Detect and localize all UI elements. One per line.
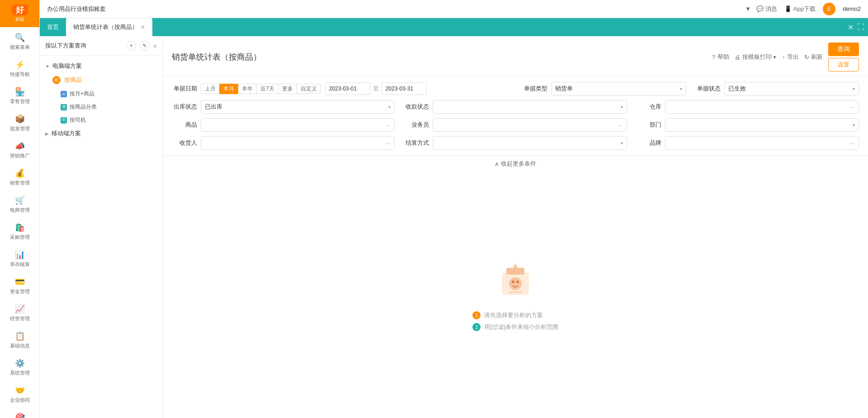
topbar-right: 💬 消息 📱 App下载 E demo2 — [756, 3, 861, 15]
page-title: 销货单统计表（按商品） — [172, 52, 261, 62]
refresh-button[interactable]: ↻ 刷新 — [804, 53, 823, 61]
receiver-input[interactable]: ··· — [201, 136, 395, 150]
app-download-button[interactable]: 📱 App下载 — [784, 5, 816, 13]
date-field: 单据日期 上月 本月 本年 近7天 更多 自定义 — [172, 82, 513, 95]
sidebar-item-wholesale[interactable]: 📦 批发管理 — [0, 109, 39, 136]
pc-scheme-group-header[interactable]: ▼ 电脑端方案 — [40, 59, 162, 73]
sub-label-category: 按商品分类 — [70, 103, 97, 111]
collapse-more-button[interactable]: ∧ 收起更多条件 — [163, 156, 868, 171]
date-tabs: 上月 本月 本年 近7天 更多 自定义 — [201, 84, 321, 94]
sub-icon-cashier: 司 — [61, 117, 67, 124]
tab-minimize-icon[interactable]: ✕ — [848, 23, 854, 32]
recv-field: 收款状态 ▾ — [395, 100, 627, 114]
collapse-arrow-icon: ∧ — [495, 161, 499, 167]
scheme-item-by-goods[interactable]: 按 按商品 — [40, 73, 162, 87]
brand-label: 品牌 — [636, 139, 661, 147]
sidebar-item-retail[interactable]: 🏪 零售管理 — [0, 81, 39, 109]
sidebar-item-quick[interactable]: ⚡ 快捷导航 — [0, 54, 39, 81]
receiver-field: 收货人 ··· — [172, 136, 395, 150]
sidebar-item-corp[interactable]: 🤝 企业协同 — [0, 380, 39, 407]
date-to-input[interactable]: 2023-03-31 — [382, 82, 427, 95]
brand-field: 品牌 ··· — [627, 136, 859, 150]
out-dropdown[interactable]: 已出库 ▾ — [201, 100, 395, 114]
topbar-dropdown[interactable]: ▼ — [745, 5, 751, 12]
goods-dots-icon[interactable]: ··· — [386, 122, 391, 128]
sidebar-item-search[interactable]: 🔍 搜索菜单 — [0, 27, 39, 54]
brand-dots-icon[interactable]: ··· — [850, 140, 855, 147]
tab-maximize-icon[interactable]: ⛶ — [857, 23, 864, 31]
edit-scheme-button[interactable]: ✎ — [140, 41, 150, 51]
date-label: 单据日期 — [172, 85, 197, 93]
warehouse-label: 仓库 — [636, 103, 661, 111]
tab-report[interactable]: 销货单统计表（按商品） ✕ — [66, 18, 152, 36]
sidebar-icon-sales: 💰 — [15, 168, 25, 178]
scheme-item-by-cashier[interactable]: 司 按司机 — [40, 114, 162, 127]
pc-group-label: 电脑端方案 — [52, 62, 82, 70]
type-dropdown[interactable]: 销货单 ▾ — [551, 82, 686, 95]
empty-tips: 1 请先选择要分析的方案 2 用[过滤]条件来缩小分析范围 — [472, 311, 558, 331]
sidebar-item-stock[interactable]: 📊 库存核算 — [0, 244, 39, 271]
add-scheme-button[interactable]: + — [126, 41, 136, 51]
tab-home[interactable]: 首页 — [40, 18, 66, 36]
date-tab-this-month[interactable]: 本月 — [219, 84, 238, 94]
tab-close-icon[interactable]: ✕ — [141, 24, 145, 30]
receiver-dots-icon[interactable]: ··· — [386, 140, 391, 147]
date-tab-custom[interactable]: 自定义 — [297, 84, 321, 94]
svg-point-3 — [512, 280, 514, 283]
help-button[interactable]: ? 帮助 — [712, 53, 729, 61]
sidebar-item-ecom[interactable]: 🛒 电商管理 — [0, 190, 39, 217]
date-tab-more[interactable]: 更多 — [278, 84, 297, 94]
scheme-item-by-month-goods[interactable]: m 按月+商品 — [40, 87, 162, 100]
date-tab-this-year[interactable]: 本年 — [238, 84, 257, 94]
sidebar-item-newbie[interactable]: 🎯 新手引导 — [0, 407, 39, 418]
left-panel-body: ▼ 电脑端方案 按 按商品 m 按月+商品 类 按商品分类 — [40, 56, 162, 418]
sidebar-menu: 🔍 搜索菜单 ⚡ 快捷导航 🏪 零售管理 📦 批发管理 📣 营销推广 💰 销售管… — [0, 27, 39, 418]
warehouse-dots-icon[interactable]: ··· — [850, 104, 855, 110]
salesman-dots-icon[interactable]: ··· — [618, 122, 623, 128]
sidebar-item-finance[interactable]: 💳 资金管理 — [0, 271, 39, 299]
filter-row-3: 商品 ··· 业务员 ··· 部门 — [172, 118, 859, 132]
page-header: 销货单统计表（按商品） ? 帮助 🖨 按模板打印 ▼ ↑ — [163, 36, 868, 76]
collapse-panel-button[interactable]: « — [153, 42, 157, 49]
sidebar-icon-purchase: 🛍️ — [15, 223, 25, 233]
sidebar-item-sales[interactable]: 💰 销售管理 — [0, 163, 39, 190]
logo-text: 标版 — [15, 16, 24, 23]
warehouse-input[interactable]: ··· — [665, 100, 859, 114]
query-button[interactable]: 查询 — [828, 43, 859, 56]
dept-dropdown[interactable]: ▾ — [665, 118, 859, 132]
print-dropdown-icon[interactable]: ▼ — [773, 55, 777, 60]
print-button[interactable]: 🖨 按模板打印 — [735, 53, 772, 61]
status-dropdown[interactable]: 已生效 ▾ — [724, 82, 859, 95]
sidebar-item-base[interactable]: 📋 基础信息 — [0, 326, 39, 353]
settings-button[interactable]: 设置 — [828, 58, 859, 71]
filter-row-1: 单据日期 上月 本月 本年 近7天 更多 自定义 — [172, 82, 859, 95]
sidebar-item-ops[interactable]: 📈 经营管理 — [0, 299, 39, 326]
logo[interactable]: 好 标版 — [0, 0, 39, 27]
date-tab-last-month[interactable]: 上月 — [201, 84, 220, 94]
tip-num-1: 1 — [472, 311, 481, 319]
user-avatar[interactable]: E — [823, 3, 835, 15]
mobile-scheme-group-header[interactable]: ▶ 移动端方案 — [40, 127, 162, 140]
sidebar-item-system[interactable]: ⚙️ 系统管理 — [0, 353, 39, 380]
goods-input[interactable]: ··· — [201, 118, 395, 132]
date-from-input[interactable]: 2023-03-01 — [325, 82, 370, 95]
sidebar-item-purchase[interactable]: 🛍️ 采购管理 — [0, 217, 39, 244]
sidebar-label-sales: 销售管理 — [10, 180, 30, 186]
salesman-input[interactable]: ··· — [433, 118, 627, 132]
left-panel-title: 按以下方案查询 — [45, 42, 86, 50]
plus-icon: + — [130, 43, 133, 49]
payment-dropdown[interactable]: ▾ — [433, 136, 627, 150]
date-tab-7days[interactable]: 近7天 — [256, 84, 278, 94]
export-button[interactable]: ↑ 导出 — [783, 53, 799, 61]
sidebar-icon-base: 📋 — [15, 331, 25, 341]
main: 办公用品行业模拟账套 ▼ 💬 消息 📱 App下载 E demo2 首页 销货单… — [40, 0, 868, 418]
brand-input[interactable]: ··· — [665, 136, 859, 150]
filter-area: 单据日期 上月 本月 本年 近7天 更多 自定义 — [163, 76, 868, 156]
recv-dropdown[interactable]: ▾ — [433, 100, 627, 114]
sidebar-label-stock: 库存核算 — [10, 261, 30, 268]
sidebar-icon-stock: 📊 — [15, 250, 25, 260]
sidebar-item-marketing[interactable]: 📣 营销推广 — [0, 136, 39, 163]
scheme-item-by-category[interactable]: 类 按商品分类 — [40, 100, 162, 114]
message-button[interactable]: 💬 消息 — [756, 5, 777, 13]
dept-field: 部门 ▾ — [627, 118, 859, 132]
